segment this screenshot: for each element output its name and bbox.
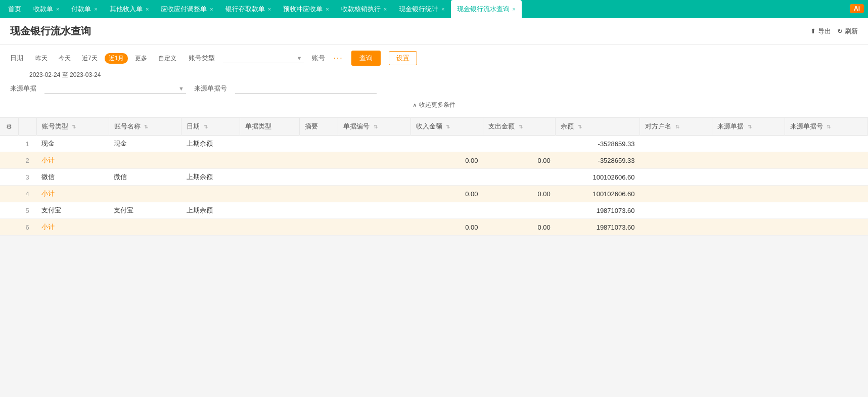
close-bank-deposit-icon[interactable]: × bbox=[268, 6, 271, 12]
col-balance[interactable]: 余额 ⇅ bbox=[556, 118, 640, 136]
cell-date bbox=[181, 152, 240, 169]
close-receipt-icon[interactable]: × bbox=[56, 6, 59, 12]
ai-badge[interactable]: Ai bbox=[850, 4, 864, 13]
source-doc-value bbox=[47, 84, 176, 92]
date-range-display: 2023-02-24 至 2023-03-24 bbox=[29, 71, 858, 79]
close-advance-offset-icon[interactable]: × bbox=[326, 6, 329, 12]
cell-account-type: 小计 bbox=[36, 152, 109, 169]
col-doc-type: 单据类型 bbox=[240, 118, 300, 136]
table-row: 3微信微信上期余额100102606.60 bbox=[0, 169, 868, 186]
cell-date: 上期余额 bbox=[181, 136, 240, 152]
nav-tab-home[interactable]: 首页 bbox=[2, 0, 27, 18]
cell-income: 0.00 bbox=[410, 186, 483, 202]
cell-account-type: 小计 bbox=[36, 186, 109, 202]
cell-doc-num bbox=[338, 202, 410, 219]
filter-area: 日期 昨天 今天 近7天 近1月 更多 自定义 账号类型 ▼ 账号 ··· 查询… bbox=[0, 45, 868, 118]
nav-tab-other-income-label: 其他收入单 bbox=[110, 5, 143, 14]
cell-counterpart bbox=[640, 152, 712, 169]
nav-tab-receipt[interactable]: 收款单 × bbox=[27, 0, 65, 18]
col-account-name[interactable]: 账号名称 ⇅ bbox=[109, 118, 181, 136]
close-cash-bank-flow-icon[interactable]: × bbox=[513, 6, 516, 12]
refresh-button[interactable]: ↻ 刷新 bbox=[837, 27, 858, 36]
collapse-bar[interactable]: ∧ 收起更多条件 bbox=[10, 99, 858, 111]
col-row-num bbox=[18, 118, 36, 136]
date-btn-1month[interactable]: 近1月 bbox=[105, 53, 128, 64]
date-btn-more[interactable]: 更多 bbox=[131, 53, 151, 64]
cell-income bbox=[410, 202, 483, 219]
nav-tab-cash-bank-flow-label: 现金银行流水查询 bbox=[457, 5, 510, 14]
date-btn-yesterday[interactable]: 昨天 bbox=[31, 53, 52, 64]
table-header: ⚙ 账号类型 ⇅ 账号名称 ⇅ 日期 ⇅ 单据类型 摘要 单据编号 ⇅ 收入金额… bbox=[0, 118, 868, 136]
cell-account-type: 支付宝 bbox=[36, 202, 109, 219]
cell-expense bbox=[483, 136, 556, 152]
col-settings[interactable]: ⚙ bbox=[0, 118, 18, 136]
cell-doc-num bbox=[338, 219, 410, 236]
date-range-text: 2023-02-24 至 2023-03-24 bbox=[29, 71, 101, 78]
account-dots-button[interactable]: ··· bbox=[333, 54, 343, 63]
nav-tab-collection-verify[interactable]: 收款核销执行 × bbox=[335, 0, 393, 18]
date-btn-today[interactable]: 今天 bbox=[55, 53, 75, 64]
cell-account-name: 现金 bbox=[109, 136, 181, 152]
collapse-icon: ∧ bbox=[413, 102, 417, 109]
cell-date: 上期余额 bbox=[181, 169, 240, 186]
account-type-select[interactable]: ▼ bbox=[223, 53, 304, 63]
close-cash-bank-stat-icon[interactable]: × bbox=[441, 6, 444, 12]
cell-date bbox=[181, 219, 240, 236]
nav-tab-bank-deposit[interactable]: 银行存取款单 × bbox=[219, 0, 277, 18]
nav-tab-advance-offset[interactable]: 预收冲应收单 × bbox=[277, 0, 335, 18]
col-source-doc-num[interactable]: 来源单据号 ⇅ bbox=[785, 118, 867, 136]
export-button[interactable]: ⬆ 导出 bbox=[810, 27, 831, 36]
cell-doc-type bbox=[240, 219, 300, 236]
nav-tab-payment[interactable]: 付款单 × bbox=[65, 0, 103, 18]
cell-summary bbox=[300, 136, 338, 152]
cell-doc-type bbox=[240, 202, 300, 219]
close-collection-verify-icon[interactable]: × bbox=[384, 6, 387, 12]
account-type-filter-label: 账号类型 bbox=[189, 54, 215, 63]
source-doc-arrow-icon: ▼ bbox=[178, 85, 184, 92]
cell-counterpart bbox=[640, 169, 712, 186]
cell-income: 0.00 bbox=[410, 219, 483, 236]
settings-button[interactable]: 设置 bbox=[389, 51, 417, 65]
close-payment-icon[interactable]: × bbox=[94, 6, 97, 12]
nav-tab-ar-ap-adjust[interactable]: 应收应付调整单 × bbox=[155, 0, 219, 18]
cell-balance: 19871073.60 bbox=[556, 219, 640, 236]
col-account-type[interactable]: 账号类型 ⇅ bbox=[36, 118, 109, 136]
source-doc-num-input[interactable] bbox=[235, 83, 377, 94]
account-type-arrow-icon: ▼ bbox=[296, 55, 302, 61]
cell-balance: 19871073.60 bbox=[556, 202, 640, 219]
date-btn-custom[interactable]: 自定义 bbox=[154, 53, 180, 64]
cell-settings bbox=[0, 136, 18, 152]
cell-expense: 0.00 bbox=[483, 186, 556, 202]
cell-counterpart bbox=[640, 202, 712, 219]
cell-balance: -3528659.33 bbox=[556, 152, 640, 169]
cell-account-name bbox=[109, 219, 181, 236]
nav-tab-cash-bank-stat[interactable]: 现金银行统计 × bbox=[393, 0, 450, 18]
col-counterpart[interactable]: 对方户名 ⇅ bbox=[640, 118, 712, 136]
col-doc-num[interactable]: 单据编号 ⇅ bbox=[338, 118, 410, 136]
col-source-doc[interactable]: 来源单据 ⇅ bbox=[712, 118, 785, 136]
nav-tab-other-income[interactable]: 其他收入单 × bbox=[104, 0, 155, 18]
nav-tab-cash-bank-flow[interactable]: 现金银行流水查询 × bbox=[451, 0, 522, 18]
cell-counterpart bbox=[640, 219, 712, 236]
col-date[interactable]: 日期 ⇅ bbox=[181, 118, 240, 136]
cell-expense bbox=[483, 169, 556, 186]
cell-row-num: 1 bbox=[18, 136, 36, 152]
date-btn-7days[interactable]: 近7天 bbox=[78, 53, 102, 64]
cell-source-doc-num bbox=[785, 169, 867, 186]
cell-settings bbox=[0, 219, 18, 236]
col-income[interactable]: 收入金额 ⇅ bbox=[410, 118, 483, 136]
cell-doc-type bbox=[240, 136, 300, 152]
table-row: 4小计0.000.00100102606.60 bbox=[0, 186, 868, 202]
source-doc-select[interactable]: ▼ bbox=[44, 83, 186, 94]
cell-expense: 0.00 bbox=[483, 219, 556, 236]
close-other-income-icon[interactable]: × bbox=[146, 6, 149, 12]
table-container: ⚙ 账号类型 ⇅ 账号名称 ⇅ 日期 ⇅ 单据类型 摘要 单据编号 ⇅ 收入金额… bbox=[0, 118, 868, 236]
date-filter-label: 日期 bbox=[10, 54, 23, 63]
refresh-icon: ↻ bbox=[837, 27, 843, 35]
cell-doc-type bbox=[240, 186, 300, 202]
table-row: 2小计0.000.00-3528659.33 bbox=[0, 152, 868, 169]
col-expense[interactable]: 支出金额 ⇅ bbox=[483, 118, 556, 136]
query-button[interactable]: 查询 bbox=[351, 51, 381, 66]
cell-balance: 100102606.60 bbox=[556, 186, 640, 202]
close-ar-ap-adjust-icon[interactable]: × bbox=[210, 6, 213, 12]
